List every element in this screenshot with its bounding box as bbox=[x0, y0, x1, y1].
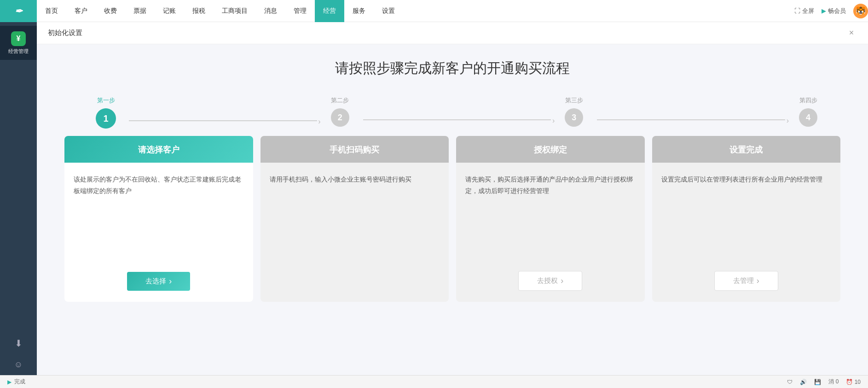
nav-tax[interactable]: 报税 bbox=[184, 0, 214, 22]
card4-button[interactable]: 去管理 › bbox=[714, 271, 778, 291]
play-status-icon: ▶ bbox=[7, 379, 12, 385]
content-area: 请按照步骤完成新客户的开通购买流程 第一步 1 › bbox=[37, 44, 868, 313]
sidebar-download[interactable]: ⬇ bbox=[0, 332, 37, 354]
card3-header: 授权绑定 bbox=[456, 136, 645, 163]
status-bar-left: ▶ 完成 bbox=[7, 378, 25, 386]
nav-settings[interactable]: 设置 bbox=[374, 0, 403, 22]
nav-home[interactable]: 首页 bbox=[37, 0, 66, 22]
card-4: 设置完成 设置完成后可以在管理列表进行所有企业用户的经营管理 去管理 › bbox=[652, 136, 841, 302]
card4-body: 设置完成后可以在管理列表进行所有企业用户的经营管理 bbox=[652, 163, 841, 264]
nav-business[interactable]: 工商项目 bbox=[214, 0, 256, 22]
card1-body: 该处展示的客户为不在回收站、客户状态正常建账后完成老板端绑定的所有客户 bbox=[64, 163, 253, 265]
card4-footer: 去管理 › bbox=[652, 264, 841, 302]
logo-icon: ✒ bbox=[15, 6, 23, 17]
logo: ✒ bbox=[0, 0, 37, 22]
status-bar-right: 🛡 🔊 💾 消 0 ⏰ 10 bbox=[787, 378, 861, 386]
nav-account[interactable]: 记账 bbox=[155, 0, 184, 22]
connector2: › bbox=[363, 119, 551, 120]
connector1: › bbox=[129, 120, 317, 121]
step1-circle: 1 bbox=[96, 108, 116, 129]
member-btn[interactable]: ▶ 畅会员 bbox=[822, 7, 846, 15]
connector3: › bbox=[597, 119, 785, 120]
fullscreen-btn[interactable]: ⛶ 全屏 bbox=[794, 7, 814, 15]
nav-customer[interactable]: 客户 bbox=[66, 0, 96, 22]
cards-container: 请选择客户 该处展示的客户为不在回收站、客户状态正常建账后完成老板端绑定的所有客… bbox=[55, 136, 850, 302]
operation-icon: ¥ bbox=[11, 31, 26, 46]
play-icon: ▶ bbox=[822, 7, 826, 14]
step4-label: 第四步 bbox=[799, 96, 817, 105]
card1-button[interactable]: 去选择 › bbox=[127, 272, 190, 291]
page-title: 初始化设置 bbox=[48, 29, 82, 37]
fullscreen-icon: ⛶ bbox=[794, 7, 800, 14]
card3-footer: 去授权 › bbox=[456, 264, 645, 302]
volume-icon: 🔊 bbox=[800, 379, 807, 385]
time-display: ⏰ 10 bbox=[846, 379, 861, 385]
step1-label: 第一步 bbox=[97, 96, 115, 105]
nav-manage[interactable]: 管理 bbox=[285, 0, 315, 22]
card-3: 授权绑定 请先购买，购买后选择开通的产品中的企业用户进行授权绑定，成功后即可进行… bbox=[456, 136, 645, 302]
card3-button[interactable]: 去授权 › bbox=[518, 271, 582, 291]
status-bar: ▶ 完成 🛡 🔊 💾 消 0 ⏰ 10 bbox=[0, 375, 868, 388]
card-2: 手机扫码购买 请用手机扫码，输入小微企业主账号密码进行购买 bbox=[260, 136, 449, 302]
nav-fee[interactable]: 收费 bbox=[96, 0, 125, 22]
step3-circle: 3 bbox=[565, 108, 583, 127]
nav-message[interactable]: 消息 bbox=[256, 0, 285, 22]
support-icon: ☺ bbox=[14, 360, 23, 370]
avatar[interactable]: 🐯 bbox=[853, 4, 868, 18]
nav-operation[interactable]: 经营 bbox=[315, 0, 344, 22]
main-heading: 请按照步骤完成新客户的开通购买流程 bbox=[55, 59, 850, 78]
sidebar-bottom: ⬇ ☺ bbox=[0, 332, 37, 375]
main-content: 初始化设置 × 请按照步骤完成新客户的开通购买流程 第一步 1 bbox=[37, 22, 868, 375]
step2-circle: 2 bbox=[331, 108, 349, 127]
step4-circle: 4 bbox=[799, 108, 817, 127]
card4-header: 设置完成 bbox=[652, 136, 841, 163]
card1-header: 请选择客户 bbox=[64, 136, 253, 163]
status-text: 完成 bbox=[14, 378, 25, 386]
card2-header: 手机扫码购买 bbox=[260, 136, 449, 163]
sidebar-item-label: 经营管理 bbox=[8, 48, 29, 54]
sidebar-support[interactable]: ☺ bbox=[0, 354, 37, 375]
step2-label: 第二步 bbox=[331, 96, 349, 105]
nav-service[interactable]: 服务 bbox=[344, 0, 374, 22]
sidebar: ¥ 经营管理 ⬇ ☺ bbox=[0, 22, 37, 375]
card3-body: 请先购买，购买后选择开通的产品中的企业用户进行授权绑定，成功后即可进行经营管理 bbox=[456, 163, 645, 264]
notification-count: 消 0 bbox=[828, 378, 839, 386]
page-header: 初始化设置 × bbox=[37, 22, 868, 44]
save-icon: 💾 bbox=[814, 379, 821, 385]
card2-body: 请用手机扫码，输入小微企业主账号密码进行购买 bbox=[260, 163, 449, 283]
nav-bill[interactable]: 票据 bbox=[125, 0, 155, 22]
step3-label: 第三步 bbox=[565, 96, 583, 105]
card2-footer bbox=[260, 283, 449, 302]
sidebar-item-operation[interactable]: ¥ 经营管理 bbox=[0, 26, 37, 60]
shield-icon: 🛡 bbox=[787, 379, 793, 385]
card-1: 请选择客户 该处展示的客户为不在回收站、客户状态正常建账后完成老板端绑定的所有客… bbox=[64, 136, 253, 302]
close-button[interactable]: × bbox=[846, 28, 857, 39]
card1-footer: 去选择 › bbox=[64, 265, 253, 302]
download-icon: ⬇ bbox=[15, 338, 23, 349]
